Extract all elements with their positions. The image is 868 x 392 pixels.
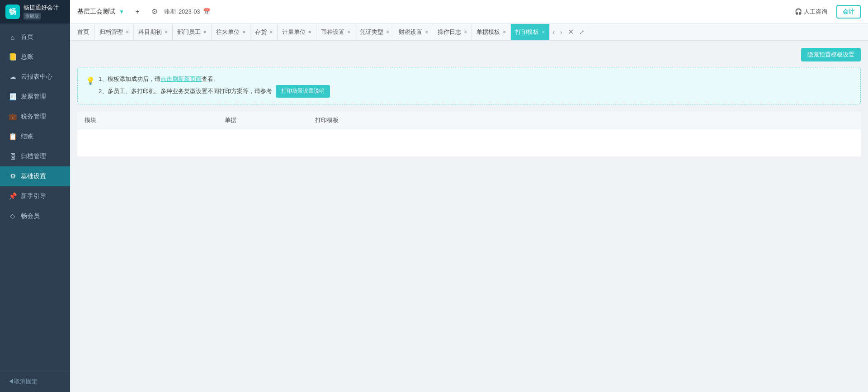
tab-close-subject[interactable]: × [165,29,168,35]
tab-label-printtemplate: 打印模板 [515,28,539,36]
print-template-table: 模块 单据 打印模板 [77,112,861,156]
nav-icon-settlement: 📋 [8,132,17,141]
nav-label-archive: 归档管理 [21,152,46,161]
sidebar-item-member[interactable]: ◇畅会员 [0,206,70,226]
tab-label-subject: 科目期初 [138,28,162,36]
notice-line2: 2、多员工、多打印机、多种业务类型设置不同打印方案等，请参考 打印场景设置说明 [99,85,852,98]
topbar-actions: + ⚙ [132,6,160,18]
sidebar-item-settlement[interactable]: 📋结账 [0,127,70,146]
nav-label-invoice: 发票管理 [21,93,46,101]
tab-label-currency: 币种设置 [321,28,344,36]
col-header-print: 打印模板 [308,116,861,124]
tab-close-taxset[interactable]: × [425,29,428,35]
tab-label-archive: 归档管理 [99,28,123,36]
ai-consult-button[interactable]: 🎧 人工咨询 [791,6,831,18]
tab-close-inventory[interactable]: × [269,29,273,35]
accountant-button[interactable]: 会计 [836,5,861,19]
nav-icon-guide: 📌 [8,192,17,201]
col-header-module: 模块 [77,116,217,124]
nav-label-settings: 基础设置 [21,172,46,180]
close-all-tabs-button[interactable]: ✕ [565,24,576,40]
tab-label-singletemplate: 单据模板 [476,28,500,36]
tab-voucher[interactable]: 凭证类型× [355,24,394,40]
sidebar-item-archive[interactable]: 🗄归档管理 [0,146,70,166]
tab-currency[interactable]: 币种设置× [316,24,355,40]
period-value: 2023-03 [179,8,200,15]
sidebar-item-guide[interactable]: 📌新手引导 [0,186,70,206]
tab-close-customer[interactable]: × [242,29,245,35]
print-scene-explain-button[interactable]: 打印场景设置说明 [276,85,330,98]
tab-prev-button[interactable]: ‹ [550,24,557,40]
tab-label-taxset: 财税设置 [399,28,422,36]
tab-close-printtemplate[interactable]: × [542,29,545,35]
nav-icon-reports: ☁ [8,72,17,81]
sidebar: 畅 畅捷通好会计 旗舰版 ⌂首页📒总账☁云报表中心🧾发票管理💼税务管理📋结账🗄归… [0,0,70,392]
nav-icon-tax: 💼 [8,112,17,121]
sidebar-item-ledger[interactable]: 📒总账 [0,47,70,67]
nav-icon-home: ⌂ [8,33,17,42]
tab-label-voucher: 凭证类型 [360,28,383,36]
calendar-icon[interactable]: 📅 [203,8,210,15]
tab-inventory[interactable]: 存货× [250,24,278,40]
tab-customer[interactable]: 往来单位× [212,24,250,40]
nav-label-settlement: 结账 [21,132,33,141]
nav-label-ledger: 总账 [21,53,33,61]
tab-close-archive[interactable]: × [126,29,129,35]
tab-printtemplate[interactable]: 打印模板× [511,24,550,40]
sidebar-item-settings[interactable]: ⚙基础设置 [0,166,70,186]
logo-icon: 畅 [5,5,20,19]
table-header: 模块 单据 打印模板 [77,112,861,129]
sidebar-item-reports[interactable]: ☁云报表中心 [0,67,70,87]
tab-close-voucher[interactable]: × [386,29,389,35]
nav-icon-archive: 🗄 [8,152,17,161]
tab-close-dept[interactable]: × [203,29,207,35]
sidebar-item-invoice[interactable]: 🧾发票管理 [0,87,70,107]
nav-label-member: 畅会员 [21,212,40,220]
expand-button[interactable]: ⤢ [576,24,587,40]
notice-line1: 1、模板添加成功后，请点击刷新新页面查看。 [99,74,852,84]
sidebar-item-tax[interactable]: 💼税务管理 [0,107,70,127]
nav-icon-settings: ⚙ [8,172,17,181]
tab-oplog[interactable]: 操作日志× [433,24,472,40]
company-selector[interactable]: 基层工会测试 ▼ [77,8,124,16]
sidebar-item-home[interactable]: ⌂首页 [0,27,70,47]
tabbar: 首页归档管理×科目期初×部门员工×往来单位×存货×计量单位×币种设置×凭证类型×… [70,24,868,41]
app-badge: 旗舰版 [24,13,41,19]
notice-icon: 💡 [86,75,95,88]
period-info: 账期 2023-03 📅 [164,8,210,16]
topbar: 基层工会测试 ▼ + ⚙ 账期 2023-03 📅 🎧 人工咨询 会计 [70,0,868,24]
app-logo: 畅 畅捷通好会计 旗舰版 [0,0,70,24]
tab-close-currency[interactable]: × [347,29,350,35]
hide-preview-button[interactable]: 隐藏预置模板设置 [801,48,861,61]
refresh-link[interactable]: 点击刷新新页面 [160,76,202,82]
add-tab-button[interactable]: + [132,6,143,18]
tab-label-unit: 计量单位 [282,28,306,36]
sidebar-nav: ⌂首页📒总账☁云报表中心🧾发票管理💼税务管理📋结账🗄归档管理⚙基础设置📌新手引导… [0,24,70,371]
tab-dept[interactable]: 部门员工× [173,24,212,40]
unpin-button[interactable]: ◀取消固定 [0,371,70,392]
table-body [77,129,861,156]
tab-close-oplog[interactable]: × [464,29,467,35]
tab-archive[interactable]: 归档管理× [95,24,134,40]
nav-label-guide: 新手引导 [21,192,46,200]
tab-unit[interactable]: 计量单位× [278,24,316,40]
col-header-order: 单据 [217,116,308,124]
tab-close-singletemplate[interactable]: × [503,29,506,35]
main-area: 基层工会测试 ▼ + ⚙ 账期 2023-03 📅 🎧 人工咨询 会计 首页归档… [70,0,868,392]
nav-label-home: 首页 [21,33,33,41]
tab-subject[interactable]: 科目期初× [134,24,173,40]
tab-next-button[interactable]: › [557,24,565,40]
nav-label-reports: 云报表中心 [21,73,52,81]
settings-button[interactable]: ⚙ [149,6,160,18]
tab-label-customer: 往来单位 [216,28,240,36]
tab-label-oplog: 操作日志 [438,28,461,36]
nav-label-tax: 税务管理 [21,113,46,121]
tab-taxset[interactable]: 财税设置× [394,24,433,40]
nav-icon-ledger: 📒 [8,52,17,61]
tab-label-home: 首页 [77,28,89,36]
company-dropdown-icon: ▼ [119,9,124,15]
tab-close-unit[interactable]: × [308,29,311,35]
tab-singletemplate[interactable]: 单据模板× [472,24,511,40]
company-name: 基层工会测试 [77,8,115,16]
tab-home[interactable]: 首页 [72,24,95,40]
